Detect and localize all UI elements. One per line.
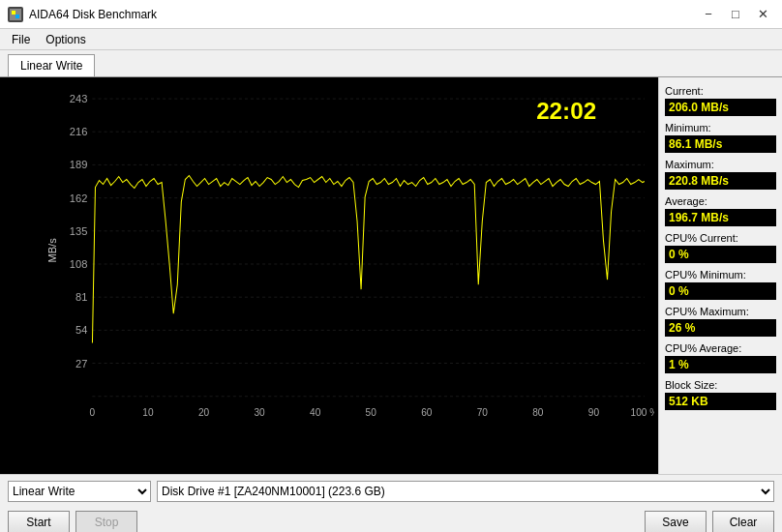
- stat-average-label: Average:: [665, 195, 776, 207]
- stat-current: Current: 206.0 MB/s: [665, 85, 776, 116]
- bottom-controls: Linear Write Linear Read Random Write Ra…: [0, 474, 782, 532]
- right-panel: Current: 206.0 MB/s Minimum: 86.1 MB/s M…: [658, 77, 782, 474]
- stat-current-value: 206.0 MB/s: [665, 99, 776, 116]
- stat-average: Average: 196.7 MB/s: [665, 195, 776, 226]
- svg-text:216: 216: [70, 126, 88, 137]
- svg-text:90: 90: [588, 407, 600, 418]
- stat-block-size: Block Size: 512 KB: [665, 379, 776, 410]
- svg-text:10: 10: [142, 407, 154, 418]
- svg-text:243: 243: [70, 93, 88, 104]
- stat-minimum-label: Minimum:: [665, 122, 776, 133]
- stat-maximum-label: Maximum:: [665, 159, 776, 170]
- stat-cpu-average: CPU% Average: 1 %: [665, 342, 776, 373]
- tab-linear-write[interactable]: Linear Write: [8, 54, 95, 76]
- save-button[interactable]: Save: [645, 511, 707, 532]
- svg-text:0: 0: [90, 407, 96, 418]
- svg-text:40: 40: [310, 407, 321, 418]
- svg-text:30: 30: [254, 407, 265, 418]
- svg-text:50: 50: [366, 407, 377, 418]
- window-title: AIDA64 Disk Benchmark: [29, 8, 157, 21]
- stat-current-label: Current:: [665, 85, 776, 97]
- start-button[interactable]: Start: [8, 511, 70, 532]
- svg-rect-2: [15, 15, 19, 18]
- svg-text:162: 162: [70, 192, 88, 204]
- close-button[interactable]: ✕: [751, 5, 774, 24]
- svg-rect-1: [12, 11, 15, 15]
- svg-text:27: 27: [75, 358, 87, 369]
- chart-area: 243 216 189 162 135 108 81 54 27 MB/s 0: [0, 77, 658, 474]
- stat-cpu-current-value: 0 %: [665, 246, 776, 263]
- stat-block-size-value: 512 KB: [665, 393, 776, 410]
- controls-row-buttons: Start Stop Save Clear: [0, 508, 782, 532]
- stop-button[interactable]: Stop: [75, 511, 137, 532]
- svg-text:135: 135: [70, 225, 88, 237]
- chart-svg: 243 216 189 162 135 108 81 54 27 MB/s 0: [48, 85, 654, 445]
- stat-cpu-average-value: 1 %: [665, 356, 776, 373]
- clear-button[interactable]: Clear: [712, 511, 774, 532]
- svg-rect-3: [48, 85, 654, 445]
- svg-text:20: 20: [198, 407, 210, 418]
- svg-text:22:02: 22:02: [536, 98, 596, 124]
- stat-cpu-current: CPU% Current: 0 %: [665, 232, 776, 263]
- stat-cpu-maximum-label: CPU% Maximum:: [665, 306, 776, 317]
- menu-bar: File Options: [0, 29, 782, 50]
- svg-text:60: 60: [421, 407, 433, 418]
- svg-text:70: 70: [477, 407, 489, 418]
- svg-text:MB/s: MB/s: [48, 238, 58, 263]
- controls-row-selects: Linear Write Linear Read Random Write Ra…: [0, 475, 782, 508]
- stat-average-value: 196.7 MB/s: [665, 209, 776, 226]
- stat-minimum: Minimum: 86.1 MB/s: [665, 122, 776, 153]
- stat-cpu-minimum-label: CPU% Minimum:: [665, 269, 776, 281]
- stat-cpu-maximum-value: 26 %: [665, 319, 776, 337]
- menu-file[interactable]: File: [4, 31, 38, 48]
- maximize-button[interactable]: □: [724, 5, 747, 24]
- svg-text:189: 189: [70, 159, 88, 170]
- svg-text:100 %: 100 %: [631, 407, 654, 418]
- main-content: 243 216 189 162 135 108 81 54 27 MB/s 0: [0, 77, 782, 474]
- test-type-select[interactable]: Linear Write Linear Read Random Write Ra…: [8, 481, 151, 502]
- svg-text:108: 108: [70, 258, 88, 270]
- stat-cpu-minimum-value: 0 %: [665, 282, 776, 300]
- drive-select[interactable]: Disk Drive #1 [ZA240NM10001] (223.6 GB): [157, 481, 774, 502]
- stat-block-size-label: Block Size:: [665, 379, 776, 391]
- svg-text:54: 54: [75, 324, 87, 336]
- menu-options[interactable]: Options: [38, 31, 93, 48]
- tab-bar: Linear Write: [0, 50, 782, 77]
- stat-maximum-value: 220.8 MB/s: [665, 172, 776, 190]
- minimize-button[interactable]: −: [697, 5, 720, 24]
- svg-text:80: 80: [532, 407, 544, 418]
- stat-cpu-maximum: CPU% Maximum: 26 %: [665, 306, 776, 337]
- title-bar: AIDA64 Disk Benchmark − □ ✕: [0, 0, 782, 29]
- svg-text:81: 81: [75, 291, 87, 303]
- app-icon: [8, 7, 23, 22]
- stat-maximum: Maximum: 220.8 MB/s: [665, 159, 776, 190]
- stat-cpu-current-label: CPU% Current:: [665, 232, 776, 244]
- stat-minimum-value: 86.1 MB/s: [665, 135, 776, 153]
- stat-cpu-average-label: CPU% Average:: [665, 342, 776, 354]
- stat-cpu-minimum: CPU% Minimum: 0 %: [665, 269, 776, 300]
